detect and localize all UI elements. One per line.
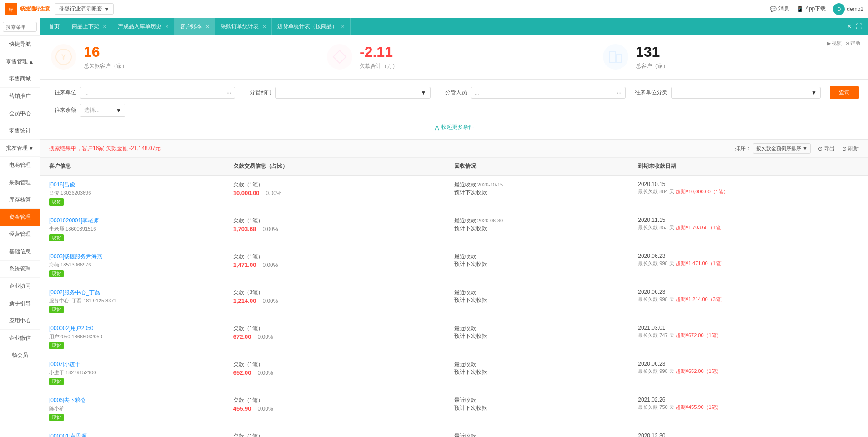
debt-count-7: 欠款（1笔） <box>233 432 454 437</box>
sidebar-item-operations-mgmt[interactable]: 经营管理 <box>0 226 40 243</box>
close-icon[interactable]: ✕ <box>341 24 345 29</box>
sidebar-item-inventory[interactable]: 库存核算 <box>0 191 40 209</box>
sidebar-item-new-guide[interactable]: 新手引导 <box>0 295 40 312</box>
overdue-days-6: 最长欠款 750 天 超期¥455.90（1笔） <box>638 404 859 411</box>
company-selector[interactable]: 母婴行业演示账套 ▼ <box>55 3 114 15</box>
customer-name-6[interactable]: [0006]去下粮仓 <box>49 397 233 404</box>
sidebar-item-vip-member[interactable]: 畅会员 <box>0 347 40 364</box>
customer-name-7[interactable]: [000001]黄思源 <box>49 432 233 437</box>
tab-production-history[interactable]: 产成品入库单历史 ✕ <box>112 18 175 35</box>
help-button[interactable]: ⊙ 帮助 <box>845 40 860 47</box>
query-button[interactable]: 查询 <box>830 86 859 99</box>
next-payment-label-5: 预计下次收款 <box>454 368 638 376</box>
customer-name-0[interactable]: [0016]吕俊 <box>49 181 233 189</box>
maximize-icon[interactable]: ⛶ <box>856 23 862 30</box>
sidebar-item-ecommerce-mgmt[interactable]: 电商管理 <box>0 157 40 174</box>
balance-select[interactable]: 选择... ▼ <box>80 104 125 117</box>
table-row: [0016]吕俊 吕俊 13026203696 现货 欠款（1笔） 10,000… <box>40 176 868 211</box>
user-profile-button[interactable]: D demo2 <box>833 3 863 15</box>
dept-input[interactable]: ▼ <box>275 87 430 99</box>
tab-home[interactable]: 首页 <box>42 18 66 35</box>
logo-area: 好 畅捷通好生意 <box>5 3 50 15</box>
sidebar-item-quick-nav[interactable]: 快捷导航 <box>0 36 40 53</box>
person-input[interactable]: ... ··· <box>471 87 626 99</box>
sidebar-item-basic-info[interactable]: 基础信息 <box>0 243 40 261</box>
overdue-link-5[interactable]: 超期¥652.00（1笔） <box>676 368 722 374</box>
chevron-down-icon: ▼ <box>29 145 34 151</box>
messages-button[interactable]: 💬 消息 <box>770 5 789 13</box>
overdue-link-6[interactable]: 超期¥455.90（1笔） <box>676 404 722 410</box>
debt-percent-6: 0.00% <box>258 406 273 412</box>
sidebar-item-retail-store[interactable]: 零售商城 <box>0 70 40 88</box>
customer-name-1[interactable]: [0001020001]李老师 <box>49 217 233 225</box>
tab-product-listing[interactable]: 商品上下架 ✕ <box>66 18 112 35</box>
overdue-link-3[interactable]: 超期¥1,214.00（3笔） <box>676 296 726 302</box>
sidebar-item-enterprise-wechat[interactable]: 企业微信 <box>0 330 40 347</box>
search-input[interactable] <box>3 22 37 32</box>
export-button[interactable]: ⊙ 导出 <box>818 145 835 152</box>
debt-count-5: 欠款（1笔） <box>233 361 454 368</box>
overdue-days-5: 最长欠款 998 天 超期¥652.00（1笔） <box>638 368 859 375</box>
sidebar-item-finance[interactable]: 资金管理 <box>0 209 40 226</box>
col-overdue-3: 2020.06.23 最长欠款 998 天 超期¥1,214.00（3笔） <box>638 289 859 313</box>
debt-count-2: 欠款（1笔） <box>233 253 454 261</box>
col-overdue-1: 2020.11.15 最长欠款 853 天 超期¥1,703.68（1笔） <box>638 217 859 241</box>
close-tab-icon[interactable]: ✕ <box>847 23 852 30</box>
debt-row-4: 672.00 0.00% <box>233 332 454 340</box>
overdue-days-1: 最长欠款 853 天 超期¥1,703.68（1笔） <box>638 224 859 231</box>
customer-name-4[interactable]: [000002]用户2050 <box>49 325 233 332</box>
sidebar-item-member-center[interactable]: 会员中心 <box>0 105 40 122</box>
sidebar-item-marketing[interactable]: 营销推广 <box>0 88 40 105</box>
close-icon[interactable]: ✕ <box>103 24 106 29</box>
overdue-link-2[interactable]: 超期¥1,471.00（1笔） <box>676 261 726 266</box>
sidebar-item-enterprise-coop[interactable]: 企业协同 <box>0 278 40 295</box>
sidebar: 快捷导航 零售管理 ▲ 零售商城 营销推广 会员中心 零售统计 批发管理 ▼ <box>0 18 40 437</box>
debt-percent-1: 0.00% <box>262 226 278 232</box>
app-download-button[interactable]: 📱 App下载 <box>797 5 826 13</box>
stat-card-debt-customers-info: 16 总欠款客户（家） <box>84 44 127 70</box>
video-button[interactable]: ▶ 视频 <box>827 40 842 47</box>
sort-select[interactable]: 按欠款金额倒序排序 ▼ <box>753 143 811 154</box>
sidebar-item-purchase-mgmt[interactable]: 采购管理 <box>0 174 40 191</box>
logo-text: 畅捷通好生意 <box>20 5 50 12</box>
close-icon[interactable]: ✕ <box>206 24 209 29</box>
content-area: 首页 商品上下架 ✕ 产成品入库单历史 ✕ 客户账本 ✕ 采购订单统计表 ✕ <box>40 18 868 437</box>
overdue-link-0[interactable]: 超期¥10,000.00（1笔） <box>676 189 728 194</box>
sidebar-item-system-mgmt[interactable]: 系统管理 <box>0 261 40 278</box>
badge-6: 现货 <box>49 414 64 421</box>
from-unit-input[interactable]: ... ··· <box>80 87 235 99</box>
col-customer-0: [0016]吕俊 吕俊 13026203696 现货 <box>49 181 233 206</box>
unit-category-input[interactable]: ▼ <box>671 87 821 99</box>
customer-name-2[interactable]: [0003]畅捷服务尹海燕 <box>49 253 233 261</box>
overdue-link-1[interactable]: 超期¥1,703.68（1笔） <box>676 225 726 230</box>
sidebar-item-retail-mgmt[interactable]: 零售管理 ▲ <box>0 53 40 70</box>
return-label-5: 最近收款 <box>454 361 638 368</box>
overdue-link-4[interactable]: 超期¥672.00（1笔） <box>676 332 722 338</box>
dept-label: 分管部门 <box>244 89 271 96</box>
close-icon[interactable]: ✕ <box>262 24 266 29</box>
table-row: [0003]畅捷服务尹海燕 海燕 18513066976 现货 欠款（1笔） 1… <box>40 247 868 283</box>
stat-label-debt-total: 欠款合计（万） <box>360 62 398 70</box>
sidebar-item-retail-stats[interactable]: 零售统计 <box>0 122 40 140</box>
from-unit-label: 往来单位 <box>49 89 76 96</box>
sidebar-item-app-center[interactable]: 应用中心 <box>0 312 40 330</box>
customer-name-3[interactable]: [0002]服务中心_丁磊 <box>49 289 233 296</box>
refresh-button[interactable]: ⊙ 刷新 <box>842 145 859 152</box>
col-return-3: 最近收款 预计下次收款 <box>454 289 638 313</box>
tab-purchase-stats[interactable]: 进货单统计表（按商品） ✕ <box>272 18 351 35</box>
customer-name-5[interactable]: [0007]小进干 <box>49 361 233 368</box>
badge-4: 现货 <box>49 342 64 349</box>
col-customer-3: [0002]服务中心_丁磊 服务中心_丁磊 181 0125 8371 现货 <box>49 289 233 313</box>
stat-icon-money: ¥ <box>51 44 76 70</box>
customer-info-2: 海燕 18513066976 <box>49 261 233 268</box>
from-unit-placeholder: ... <box>84 90 89 96</box>
collapse-button[interactable]: ⋀ 收起更多条件 <box>49 121 859 133</box>
next-payment-label-4: 预计下次收款 <box>454 332 638 340</box>
sidebar-item-wholesale-mgmt[interactable]: 批发管理 ▼ <box>0 140 40 157</box>
filter-unit-category: 往来单位分类 ▼ <box>635 87 821 99</box>
close-icon[interactable]: ✕ <box>165 24 169 29</box>
overdue-date-1: 2020.11.15 <box>638 217 859 223</box>
tab-purchase-order[interactable]: 采购订单统计表 ✕ <box>215 18 272 35</box>
tab-customer-account[interactable]: 客户账本 ✕ <box>175 18 215 35</box>
next-payment-label-3: 预计下次收款 <box>454 296 638 304</box>
